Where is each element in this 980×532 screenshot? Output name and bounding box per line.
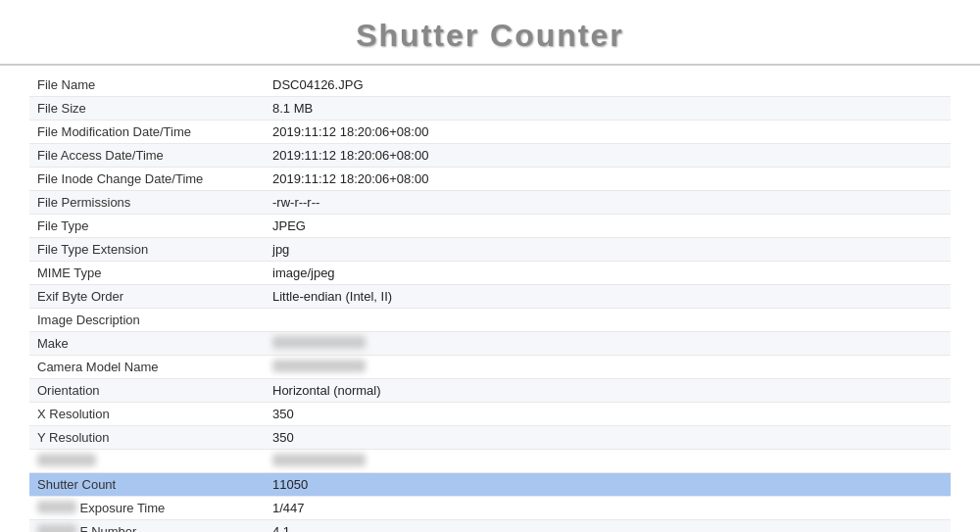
row-label: xx F Number [29,520,265,533]
data-table-container: File NameDSC04126.JPGFile Size8.1 MBFile… [0,73,980,532]
row-label: Camera Model Name [29,356,265,379]
row-label: blurred [29,450,265,473]
row-label: File Type Extension [29,238,265,262]
row-label: Exif Byte Order [29,285,265,309]
table-row: Shutter Count11050 [29,473,951,497]
metadata-table: File NameDSC04126.JPGFile Size8.1 MBFile… [29,73,951,532]
row-label: File Access Date/Time [29,144,265,168]
page-header: Shutter Counter [0,0,980,66]
table-row: Makeblurred text here [29,332,951,356]
row-label: File Type [29,215,265,238]
row-value: DSC04126.JPG [265,73,951,97]
row-value: -rw-r--r-- [265,191,951,215]
table-row: File Permissions-rw-r--r-- [29,191,951,215]
row-value: blurred text here [265,450,951,473]
table-row: Camera Model Nameblurred text here [29,356,951,379]
row-value: 11050 [265,473,951,497]
table-row: X Resolution350 [29,403,951,426]
row-label: Image Description [29,309,265,332]
row-label: File Permissions [29,191,265,215]
row-value: 8.1 MB [265,97,951,121]
table-row: File NameDSC04126.JPG [29,73,951,97]
row-value: blurred text here [265,332,951,356]
row-value: JPEG [265,215,951,238]
row-value: 2019:11:12 18:20:06+08:00 [265,144,951,168]
table-row: File TypeJPEG [29,215,951,238]
row-value: 4.1 [265,520,951,533]
row-value: Horizontal (normal) [265,379,951,403]
table-row: File Type Extensionjpg [29,238,951,262]
table-row: Image Description [29,309,951,332]
row-label: File Size [29,97,265,121]
row-label: File Name [29,73,265,97]
table-row: File Modification Date/Time2019:11:12 18… [29,121,951,144]
row-value: 1/447 [265,497,951,520]
row-value: 350 [265,426,951,450]
table-row: OrientationHorizontal (normal) [29,379,951,403]
row-label: Y Resolution [29,426,265,450]
table-row: Y Resolution350 [29,426,951,450]
row-value: image/jpeg [265,262,951,285]
page-title: Shutter Counter [0,18,980,54]
row-value: 350 [265,403,951,426]
row-value: blurred text here [265,356,951,379]
row-value: Little-endian (Intel, II) [265,285,951,309]
table-row: MIME Typeimage/jpeg [29,262,951,285]
row-label: File Modification Date/Time [29,121,265,144]
table-row: File Access Date/Time2019:11:12 18:20:06… [29,144,951,168]
row-value: 2019:11:12 18:20:06+08:00 [265,168,951,191]
table-row: File Size8.1 MB [29,97,951,121]
row-value: 2019:11:12 18:20:06+08:00 [265,121,951,144]
row-label: Make [29,332,265,356]
table-row: xx F Number4.1 [29,520,951,533]
row-label: MIME Type [29,262,265,285]
table-row: xx Exposure Time1/447 [29,497,951,520]
row-value: jpg [265,238,951,262]
row-value [265,309,951,332]
row-label: File Inode Change Date/Time [29,168,265,191]
row-label: Shutter Count [29,473,265,497]
table-row: File Inode Change Date/Time2019:11:12 18… [29,168,951,191]
table-row: Exif Byte OrderLittle-endian (Intel, II) [29,285,951,309]
row-label: Orientation [29,379,265,403]
table-row: blurredblurred text here [29,450,951,473]
row-label: xx Exposure Time [29,497,265,520]
row-label: X Resolution [29,403,265,426]
